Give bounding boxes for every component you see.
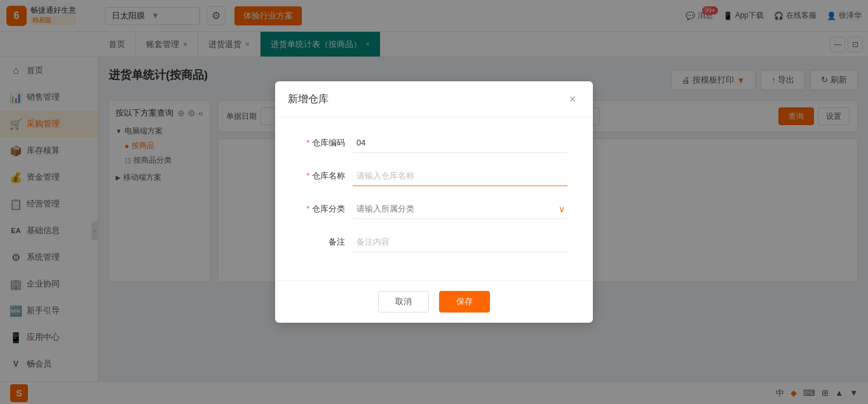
cancel-button[interactable]: 取消: [378, 291, 429, 313]
code-label: 仓库编码: [301, 137, 345, 149]
modal-title: 新增仓库: [288, 93, 329, 106]
modal-overlay: 新增仓库 × 仓库编码 仓库名称 仓库分类: [0, 0, 868, 404]
add-warehouse-modal: 新增仓库 × 仓库编码 仓库名称 仓库分类: [275, 81, 593, 323]
form-row-name: 仓库名称: [301, 166, 567, 186]
name-label: 仓库名称: [301, 170, 345, 182]
save-button[interactable]: 保存: [439, 291, 490, 313]
form-row-category: 仓库分类 ∨: [301, 199, 567, 219]
note-input[interactable]: [353, 232, 567, 252]
form-row-note: 备注: [301, 232, 567, 252]
category-label: 仓库分类: [301, 203, 345, 215]
name-input[interactable]: [353, 166, 567, 186]
modal-body: 仓库编码 仓库名称 仓库分类 ∨: [275, 118, 593, 280]
note-label: 备注: [301, 236, 345, 248]
modal-header: 新增仓库 ×: [275, 81, 593, 118]
form-row-code: 仓库编码: [301, 133, 567, 153]
code-input[interactable]: [353, 133, 567, 153]
category-select-row: ∨: [353, 199, 567, 219]
modal-close-button[interactable]: ×: [565, 91, 580, 107]
category-input[interactable]: [353, 199, 567, 219]
modal-footer: 取消 保存: [275, 280, 593, 323]
